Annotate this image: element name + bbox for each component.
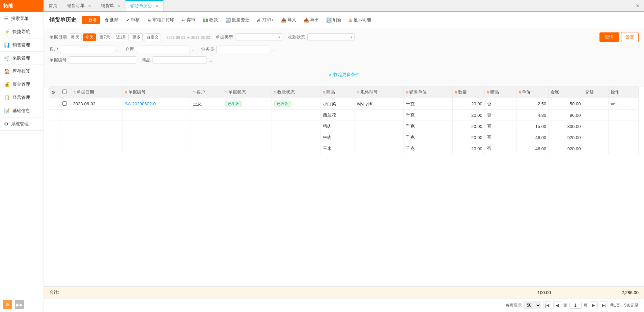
date-btn-custom[interactable]: 自定义: [144, 33, 161, 41]
col-goods[interactable]: ⇅商品: [320, 86, 355, 98]
col-doc-status[interactable]: ⇅单据状态: [223, 86, 272, 98]
cell-doc-status: [223, 110, 272, 121]
row-checkbox[interactable]: [62, 101, 67, 106]
col-unit-price[interactable]: ⇅单价: [516, 86, 549, 98]
more-btn[interactable]: ⋯: [616, 101, 622, 107]
sidebar-item-search-menu[interactable]: ☰ 搜索菜单: [0, 12, 44, 25]
sidebar-item-label: 销售管理: [12, 42, 30, 48]
more-conditions-wrap: ∧ 收起更多条件: [49, 71, 639, 79]
page-num-input[interactable]: [569, 302, 582, 309]
sidebar-item-stock-calc[interactable]: 🏠 库存核算: [0, 65, 44, 78]
cell-checkbox: [60, 110, 71, 121]
per-page-label: 每页显示: [506, 303, 522, 308]
date-btn-yesterday[interactable]: 昨天: [69, 33, 82, 41]
cell-doc-no: [123, 143, 191, 154]
page-last-btn[interactable]: ▶|: [600, 301, 608, 309]
collect-button[interactable]: 💵 收款: [200, 16, 221, 24]
cell-collect-status: [272, 143, 320, 154]
edit-btn[interactable]: ✏: [611, 101, 615, 107]
tab-sales-history[interactable]: 销货单历史 ✕: [125, 0, 164, 11]
warehouse-dots[interactable]: ...: [192, 47, 196, 52]
sidebar-item-sys-mgmt[interactable]: ⚙ 系统管理: [0, 118, 44, 131]
select-all-checkbox[interactable]: [62, 89, 67, 94]
sidebar-settings-btn[interactable]: ⚙: [3, 300, 12, 309]
customer-input[interactable]: [60, 46, 114, 53]
sidebar-item-quick-nav[interactable]: ⚡ 快捷导航: [0, 25, 44, 38]
pagination-bar: 每页显示 50 100 200 |◀ ◀ 第 页 ▶ ▶| 共1页，5条记录: [44, 298, 644, 312]
tab-bar: 首页 销售订单 ✕ 销货单 ✕ 销货单历史 ✕ ✕: [44, 0, 644, 12]
sidebar-expand-btn[interactable]: ▶▶: [15, 300, 24, 309]
cell-unit-price: 46.00: [516, 143, 549, 154]
col-quantity[interactable]: ⇅数量: [452, 86, 484, 98]
customer-dots[interactable]: ...: [116, 47, 120, 52]
tab-sales-order-label: 销售订单: [67, 3, 85, 9]
table-header-row: ⚙ ⇅单据日期 ⇅单据编号 ⇅客户 ⇅单据状态 ⇅收款状态 ⇅商品 ⇅规格型号 …: [49, 86, 639, 98]
tab-sales-goods[interactable]: 销货单 ✕: [96, 0, 125, 11]
sidebar-item-basic-info[interactable]: 📝 基础信息: [0, 104, 44, 118]
show-details-button[interactable]: ⊞ 显示明细: [346, 16, 374, 24]
per-page-select[interactable]: 50 100 200: [524, 302, 541, 309]
chevron-up-icon: ∧: [329, 72, 332, 77]
tab-sales-goods-close[interactable]: ✕: [117, 4, 120, 8]
doc-no-input[interactable]: [69, 56, 136, 64]
date-btn-today[interactable]: 今天: [83, 33, 96, 41]
delete-button[interactable]: 🗑 删除: [102, 16, 121, 24]
review-button[interactable]: ✔ 审核: [123, 16, 142, 24]
set-button[interactable]: 设置: [621, 32, 639, 42]
doc-type-select[interactable]: [235, 33, 282, 41]
col-customer[interactable]: ⇅客户: [191, 86, 223, 98]
page-prev-btn[interactable]: ◀: [553, 301, 561, 309]
abandon-button[interactable]: ↩ 弃审: [179, 16, 198, 24]
salesperson-input[interactable]: [216, 46, 270, 53]
cell-goods: 西兰花: [320, 110, 355, 121]
col-settings[interactable]: ⚙: [49, 86, 60, 98]
goods-input[interactable]: [152, 56, 206, 64]
col-spec-type[interactable]: ⇅规格型号: [355, 86, 403, 98]
page-next-btn[interactable]: ▶: [590, 301, 598, 309]
sidebar-item-purchase-mgmt[interactable]: 🛒 采购管理: [0, 52, 44, 65]
tab-home[interactable]: 首页: [44, 0, 62, 11]
cell-checkbox: [60, 132, 71, 143]
print-button[interactable]: 🖨 打印 ▾: [254, 16, 276, 24]
tab-sales-order[interactable]: 销售订单 ✕: [62, 0, 96, 11]
export-button[interactable]: 📤 导出: [301, 16, 321, 24]
tab-bar-close-btn[interactable]: ✕: [632, 3, 644, 9]
sidebar-item-label: 搜索菜单: [11, 16, 29, 22]
cell-collect-status: 已收款: [272, 98, 320, 110]
import-label: 导入: [287, 17, 296, 23]
collect-status-select[interactable]: [307, 33, 355, 41]
sidebar-item-ops-mgmt[interactable]: 📋 经营管理: [0, 91, 44, 104]
import-button[interactable]: 📥 导入: [278, 16, 299, 24]
salesperson-dots[interactable]: ...: [272, 47, 276, 52]
sidebar-item-fund-mgmt[interactable]: 💰 资金管理: [0, 78, 44, 91]
new-button[interactable]: + 新增: [82, 16, 100, 24]
tab-home-label: 首页: [49, 3, 57, 9]
date-btn-more[interactable]: 更多: [130, 33, 143, 41]
refresh-button[interactable]: 🔃 刷新: [324, 16, 344, 24]
date-filter-item: 单据日期 昨天 今天 近7天 近1月 更多 自定义: [49, 33, 161, 41]
col-gift[interactable]: ⇅赠品: [484, 86, 516, 98]
col-collect-status[interactable]: ⇅收款状态: [272, 86, 320, 98]
page-first-btn[interactable]: |◀: [543, 301, 551, 309]
batch-change-button[interactable]: 🔄 批量变更: [223, 16, 252, 24]
doc-no-link[interactable]: SA-20230602-0: [125, 101, 156, 106]
sidebar-logo: 拓维: [0, 0, 44, 12]
sidebar-item-sales-mgmt[interactable]: 📊 销售管理: [0, 38, 44, 52]
col-doc-date[interactable]: ⇅单据日期: [71, 86, 123, 98]
tab-sales-history-close[interactable]: ✕: [156, 4, 159, 8]
cell-settings: [49, 143, 60, 154]
cell-spec-type: tyjyjtyjdf...: [355, 98, 403, 110]
date-btn-1month[interactable]: 近1月: [114, 33, 129, 41]
goods-dots[interactable]: ...: [208, 58, 212, 63]
more-conditions-btn[interactable]: ∧ 收起更多条件: [327, 71, 362, 79]
date-btn-7days[interactable]: 近7天: [97, 33, 112, 41]
basic-info-icon: 📝: [4, 108, 10, 113]
review-print-button[interactable]: 🖨 审核并打印: [144, 16, 177, 24]
table-container[interactable]: ⚙ ⇅单据日期 ⇅单据编号 ⇅客户 ⇅单据状态 ⇅收款状态 ⇅商品 ⇅规格型号 …: [44, 86, 644, 286]
tab-sales-order-close[interactable]: ✕: [88, 4, 91, 8]
query-button[interactable]: 查询: [599, 32, 619, 42]
col-sales-unit[interactable]: ⇅销售单位: [403, 86, 452, 98]
col-doc-no[interactable]: ⇅单据编号: [123, 86, 191, 98]
col-checkbox[interactable]: [60, 86, 71, 98]
warehouse-input[interactable]: [136, 46, 190, 53]
